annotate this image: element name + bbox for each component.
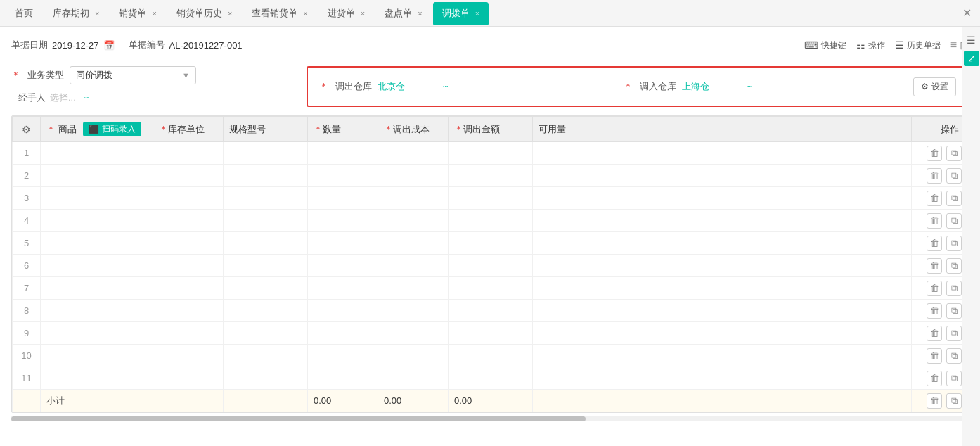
row-product-5[interactable]	[41, 232, 153, 255]
tab-sales-order-close[interactable]: ×	[152, 9, 156, 18]
row-spec-9[interactable]	[224, 322, 308, 345]
row-spec-8[interactable]	[224, 300, 308, 322]
row-qty-10[interactable]	[308, 345, 378, 367]
row-qty-5[interactable]	[308, 232, 378, 255]
delete-icon-9[interactable]: 🗑	[927, 326, 942, 341]
row-unit-11[interactable]	[153, 367, 224, 390]
row-amount-2[interactable]	[449, 165, 533, 187]
row-avail-7[interactable]	[533, 277, 912, 300]
row-qty-1[interactable]	[308, 142, 378, 165]
copy-icon-11[interactable]: ⧉	[946, 371, 962, 386]
row-amount-1[interactable]	[449, 142, 533, 165]
row-qty-7[interactable]	[308, 277, 378, 300]
horizontal-scrollbar[interactable]	[11, 416, 969, 421]
person-more-button[interactable]: ···	[80, 91, 91, 104]
warehouse-in-more-button[interactable]: ···	[744, 80, 754, 93]
tab-sales-order[interactable]: 销货单 ×	[110, 2, 165, 25]
delete-icon-sub[interactable]: 🗑	[927, 393, 942, 409]
table-gear-icon[interactable]: ⚙	[19, 122, 34, 137]
copy-icon-3[interactable]: ⧉	[946, 191, 962, 206]
tab-purchase-order-close[interactable]: ×	[361, 9, 365, 18]
delete-icon-5[interactable]: 🗑	[927, 236, 942, 251]
row-cost-9[interactable]	[378, 322, 449, 345]
tab-sales-history-close[interactable]: ×	[228, 9, 232, 18]
row-amount-8[interactable]	[449, 300, 533, 322]
calendar-icon[interactable]: 📅	[103, 39, 115, 51]
row-avail-1[interactable]	[533, 142, 912, 165]
row-spec-6[interactable]	[224, 255, 308, 277]
tab-stocktake-close[interactable]: ×	[418, 9, 422, 18]
tab-transfer-close[interactable]: ×	[475, 9, 479, 18]
row-product-4[interactable]	[41, 210, 153, 232]
tab-view-sales[interactable]: 查看销货单 ×	[243, 2, 316, 25]
settings-button[interactable]: ⚙ 设置	[913, 77, 956, 96]
row-amount-5[interactable]	[449, 232, 533, 255]
copy-icon-8[interactable]: ⧉	[946, 303, 962, 319]
row-spec-10[interactable]	[224, 345, 308, 367]
row-avail-5[interactable]	[533, 232, 912, 255]
tab-stocktake[interactable]: 盘点单 ×	[375, 2, 431, 25]
delete-icon-1[interactable]: 🗑	[927, 146, 942, 161]
row-unit-8[interactable]	[153, 300, 224, 322]
row-amount-9[interactable]	[449, 322, 533, 345]
row-cost-6[interactable]	[378, 255, 449, 277]
copy-icon-9[interactable]: ⧉	[946, 326, 962, 341]
tab-inventory-init[interactable]: 库存期初 ×	[44, 2, 108, 25]
row-spec-3[interactable]	[224, 187, 308, 210]
delete-icon-8[interactable]: 🗑	[927, 303, 942, 319]
row-qty-3[interactable]	[308, 187, 378, 210]
window-close-button[interactable]: ✕	[962, 6, 972, 20]
row-spec-1[interactable]	[224, 142, 308, 165]
delete-icon-10[interactable]: 🗑	[927, 348, 942, 364]
copy-icon-10[interactable]: ⧉	[946, 348, 962, 364]
row-cost-3[interactable]	[378, 187, 449, 210]
row-amount-7[interactable]	[449, 277, 533, 300]
row-unit-1[interactable]	[153, 142, 224, 165]
row-product-6[interactable]	[41, 255, 153, 277]
warehouse-out-more-button[interactable]: ···	[439, 80, 450, 93]
delete-icon-3[interactable]: 🗑	[927, 191, 942, 206]
tab-purchase-order[interactable]: 进货单 ×	[318, 2, 374, 25]
row-avail-4[interactable]	[533, 210, 912, 232]
row-avail-9[interactable]	[533, 322, 912, 345]
panel-doc-icon[interactable]: ☰	[964, 32, 979, 48]
row-spec-7[interactable]	[224, 277, 308, 300]
row-avail-6[interactable]	[533, 255, 912, 277]
row-unit-4[interactable]	[153, 210, 224, 232]
delete-icon-2[interactable]: 🗑	[927, 168, 942, 184]
row-unit-3[interactable]	[153, 187, 224, 210]
row-cost-4[interactable]	[378, 210, 449, 232]
row-avail-2[interactable]	[533, 165, 912, 187]
row-spec-4[interactable]	[224, 210, 308, 232]
tab-inventory-init-close[interactable]: ×	[95, 9, 99, 18]
delete-icon-6[interactable]: 🗑	[927, 258, 942, 274]
row-product-8[interactable]	[41, 300, 153, 322]
row-product-9[interactable]	[41, 322, 153, 345]
tab-transfer[interactable]: 调拨单 ×	[433, 2, 489, 25]
row-qty-8[interactable]	[308, 300, 378, 322]
row-cost-11[interactable]	[378, 367, 449, 390]
row-amount-6[interactable]	[449, 255, 533, 277]
delete-icon-4[interactable]: 🗑	[927, 213, 942, 229]
view-list-icon[interactable]: ≡	[950, 39, 957, 51]
row-product-11[interactable]	[41, 367, 153, 390]
row-unit-9[interactable]	[153, 322, 224, 345]
row-avail-10[interactable]	[533, 345, 912, 367]
row-cost-7[interactable]	[378, 277, 449, 300]
delete-icon-7[interactable]: 🗑	[927, 281, 942, 296]
copy-icon-5[interactable]: ⧉	[946, 236, 962, 251]
operate-button[interactable]: ⚏ 操作	[856, 39, 885, 51]
row-cost-10[interactable]	[378, 345, 449, 367]
row-qty-11[interactable]	[308, 367, 378, 390]
row-unit-5[interactable]	[153, 232, 224, 255]
row-product-1[interactable]	[41, 142, 153, 165]
scan-entry-button[interactable]: ⬛ 扫码录入	[83, 122, 141, 136]
copy-icon-1[interactable]: ⧉	[946, 146, 962, 161]
tab-view-sales-close[interactable]: ×	[303, 9, 307, 18]
row-product-2[interactable]	[41, 165, 153, 187]
row-qty-4[interactable]	[308, 210, 378, 232]
row-avail-8[interactable]	[533, 300, 912, 322]
row-cost-5[interactable]	[378, 232, 449, 255]
row-unit-10[interactable]	[153, 345, 224, 367]
row-spec-11[interactable]	[224, 367, 308, 390]
